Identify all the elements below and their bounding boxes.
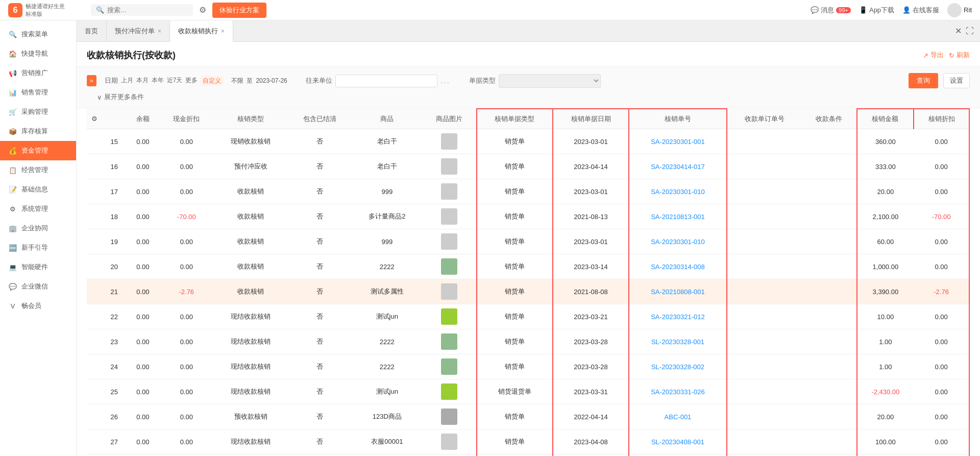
app-download-action[interactable]: 📱 App下载 [859, 6, 894, 15]
td-verify-bill-no[interactable]: SA-20230301-001 [629, 129, 727, 154]
sidebar: 🔍 搜索菜单 🏠 快捷导航 📢 营销推广 📊 销售管理 🛒 采购管理 📦 库存核… [0, 20, 77, 456]
sidebar-item-marketing[interactable]: 📢 营销推广 [0, 63, 76, 83]
filter-unit-input[interactable] [335, 75, 437, 87]
sidebar-item-quick-nav[interactable]: 🏠 快捷导航 [0, 44, 76, 63]
td-verify-bill-no[interactable]: SL-20230408-001 [629, 429, 727, 454]
bill-no-link[interactable]: SA-20230301-001 [651, 138, 705, 146]
filter-expand-button[interactable]: » [87, 75, 96, 86]
sidebar-item-business[interactable]: 📋 经营管理 [0, 160, 76, 180]
filter-date-last-month[interactable]: 上月 [121, 76, 133, 86]
filter-date-custom[interactable]: 自定义 [201, 76, 223, 86]
bill-no-link[interactable]: SL-20230408-001 [651, 438, 704, 446]
th-settings[interactable]: ⚙ [87, 109, 102, 129]
filter-type-select[interactable] [499, 74, 601, 88]
td-verify-bill-type: 销货单 [477, 429, 553, 454]
sidebar-item-sales[interactable]: 📊 销售管理 [0, 83, 76, 102]
tab-expand-btn[interactable]: ⛶ [966, 27, 974, 36]
tab-home[interactable]: 首页 [77, 20, 107, 42]
sidebar-item-hardware[interactable]: 💻 智能硬件 [0, 257, 76, 277]
td-verify-bill-no[interactable]: SA-20230301-010 [629, 229, 727, 254]
bill-no-link[interactable]: SA-20230301-010 [651, 238, 705, 246]
bill-no-link[interactable]: SA-20210813-001 [651, 213, 705, 221]
td-verify-bill-no[interactable]: SA-20230321-012 [629, 304, 727, 329]
expand-conditions[interactable]: ∨ 展开更多条件 [97, 92, 970, 102]
td-seq: 19 [102, 229, 126, 254]
online-service-action[interactable]: 👤 在线客服 [902, 6, 939, 15]
tab-receipt[interactable]: 收款核销执行 × [170, 20, 233, 42]
sidebar-item-wechat[interactable]: 💬 企业微信 [0, 277, 76, 296]
td-verify-bill-no[interactable]: SA-20230314-008 [629, 254, 727, 279]
td-verify-bill-no[interactable]: SA-20210813-001 [629, 204, 727, 229]
industry-button[interactable]: 休验行业方案 [212, 3, 266, 18]
sidebar-item-finance[interactable]: 💰 资金管理 [0, 141, 76, 160]
filter-unit-dots: ... [440, 77, 451, 85]
td-included-cleared: 否 [288, 404, 352, 429]
gear-icon[interactable]: ⚙ [199, 5, 206, 15]
search-input[interactable] [107, 6, 184, 14]
th-seq [102, 109, 126, 129]
bill-no-link[interactable]: SA-20230414-017 [651, 163, 705, 171]
tab-close-btn[interactable]: ✕ [955, 26, 962, 36]
tab-receipt-close[interactable]: × [221, 28, 225, 35]
filter-date-7days[interactable]: 近7天 [167, 76, 183, 86]
td-verify-bill-no[interactable]: SA-20210808-001 [629, 279, 727, 304]
message-action[interactable]: 💬 消息 99+ [811, 6, 851, 15]
sidebar-item-guide[interactable]: 🆕 新手引导 [0, 238, 76, 257]
td-verify-bill-type: 销货单 [477, 179, 553, 204]
sidebar-item-search[interactable]: 🔍 搜索菜单 [0, 25, 76, 44]
export-button[interactable]: ↗ 导出 [923, 51, 944, 60]
sidebar-item-purchase[interactable]: 🛒 采购管理 [0, 102, 76, 122]
table-row: 28 0.00 0.00 现结收款核销 否 2222 销货单 2023-04-1… [87, 454, 969, 457]
filter-date-this-month[interactable]: 本月 [136, 76, 149, 86]
td-settings [87, 404, 102, 429]
bill-no-link[interactable]: SL-20230328-001 [651, 338, 704, 346]
sidebar-item-member[interactable]: V 畅会员 [0, 296, 76, 316]
th-verify-discount: 核销折扣 [914, 109, 969, 129]
sidebar-item-inventory[interactable]: 📦 库存核算 [0, 122, 76, 141]
td-included-cleared: 否 [288, 229, 352, 254]
td-seq: 17 [102, 179, 126, 204]
table-row: 15 0.00 0.00 现销收款核销 否 老白干 销货单 2023-03-01… [87, 129, 969, 154]
td-seq: 27 [102, 429, 126, 454]
td-goods: 老白干 [352, 154, 422, 179]
setting-button[interactable]: 设置 [943, 73, 970, 88]
td-verify-bill-date: 2022-04-14 [553, 404, 629, 429]
td-verify-bill-no[interactable]: SA-20230331-026 [629, 379, 727, 404]
bill-no-link[interactable]: ABC-001 [665, 413, 692, 421]
td-settings [87, 129, 102, 154]
search-wrap[interactable]: 🔍 [91, 4, 193, 16]
td-receipt-condition [802, 204, 856, 229]
td-settings [87, 304, 102, 329]
bill-no-link[interactable]: SA-20210808-001 [651, 288, 705, 296]
filter-date-more[interactable]: 更多 [185, 76, 198, 86]
tab-prepay[interactable]: 预付冲应付单 × [107, 20, 170, 42]
td-receipt-order-no [727, 129, 802, 154]
td-verify-bill-no[interactable]: SA-20230301-010 [629, 179, 727, 204]
td-balance: 0.00 [126, 129, 159, 154]
sidebar-item-enterprise[interactable]: 🏢 企业协同 [0, 219, 76, 238]
refresh-button[interactable]: ↻ 刷新 [949, 51, 970, 60]
td-verify-bill-no[interactable]: SL-20230418-001 [629, 454, 727, 457]
bill-no-link[interactable]: SA-20230331-026 [651, 388, 705, 396]
tab-prepay-close[interactable]: × [158, 28, 161, 35]
td-verify-bill-no[interactable]: SL-20230328-001 [629, 329, 727, 354]
td-verify-bill-date: 2023-03-28 [553, 329, 629, 354]
home-icon: 🏠 [8, 50, 17, 58]
bill-no-link[interactable]: SA-20230314-008 [651, 263, 705, 271]
td-settings [87, 454, 102, 457]
td-verify-bill-no[interactable]: SA-20230414-017 [629, 154, 727, 179]
bill-no-link[interactable]: SL-20230328-002 [651, 363, 704, 371]
bill-no-link[interactable]: SA-20230301-010 [651, 188, 705, 196]
td-verify-type: 现销收款核销 [213, 129, 288, 154]
td-balance: 0.00 [126, 454, 159, 457]
td-verify-bill-no[interactable]: ABC-001 [629, 404, 727, 429]
user-info[interactable]: Rit [947, 3, 972, 17]
td-verify-bill-no[interactable]: SL-20230328-002 [629, 354, 727, 379]
filter-date-this-year[interactable]: 本年 [152, 76, 164, 86]
query-button[interactable]: 查询 [909, 73, 938, 88]
sidebar-item-basic[interactable]: 📝 基础信息 [0, 180, 76, 199]
sidebar-item-system[interactable]: ⚙ 系统管理 [0, 199, 76, 219]
bill-no-link[interactable]: SA-20230321-012 [651, 313, 705, 321]
th-verify-bill-date: 核销单据日期 [553, 109, 629, 129]
td-cash-discount: -2.76 [160, 279, 214, 304]
